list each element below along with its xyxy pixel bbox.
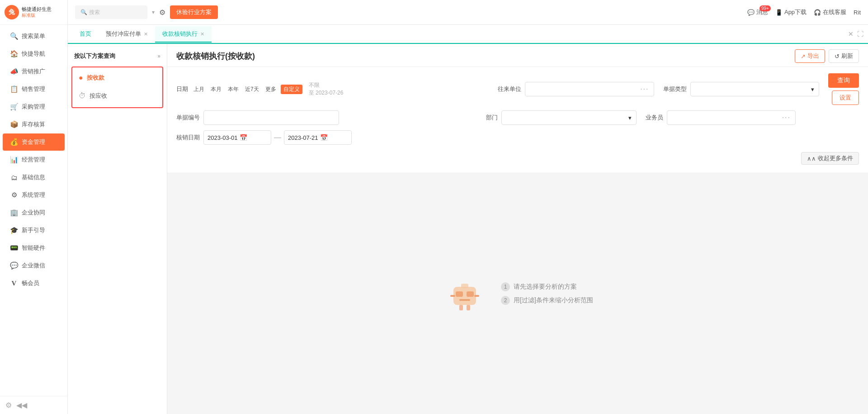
collapse-more-button[interactable]: ∧∧ 收起更多条件 [801, 152, 859, 165]
sidebar-item-system[interactable]: ⚙ 系统管理 [3, 186, 65, 204]
sidebar-item-operations[interactable]: 📊 经营管理 [3, 151, 65, 168]
filter-panel: 按以下方案查询 » ● 按收款 ⏱ 按应收 [68, 44, 167, 414]
settings-icon[interactable]: ⚙ [5, 401, 12, 409]
calendar-start-icon[interactable]: 📅 [240, 134, 247, 141]
sidebar-item-guide[interactable]: 🎓 新手引导 [3, 222, 65, 239]
sidebar-item-member[interactable]: V 畅会员 [3, 275, 65, 292]
header-search-box[interactable]: 🔍 搜索 [75, 5, 147, 19]
empty-state: 1 请先选择要分析的方案 2 用[过滤]条件来缩小分析范围 [167, 173, 868, 414]
funds-icon: 💰 [10, 138, 18, 146]
form-row-2: 单据编号 部门 ▾ 业务员 ··· [176, 110, 859, 125]
basic-info-icon: 🗂 [10, 174, 18, 181]
tip-num-2: 2 [501, 296, 510, 305]
sidebar-item-wechat[interactable]: 💬 企业微信 [3, 257, 65, 274]
sidebar-item-basic-info[interactable]: 🗂 基础信息 [3, 169, 65, 186]
partner-input[interactable]: ··· [525, 82, 654, 96]
partner-ellipsis[interactable]: ··· [640, 85, 649, 93]
app-download-button[interactable]: 📱 App下载 [775, 8, 807, 16]
date-btn-this-month[interactable]: 本月 [209, 85, 223, 94]
employee-input[interactable]: ··· [667, 110, 796, 125]
verify-date-start-value: 2023-03-01 [208, 134, 238, 141]
system-icon: ⚙ [10, 191, 18, 199]
message-badge: 99+ [760, 5, 771, 11]
filter-by-collection[interactable]: ● 按收款 [72, 69, 162, 86]
sidebar-item-enterprise[interactable]: 🏢 企业协同 [3, 204, 65, 221]
sidebar-item-label: 快捷导航 [22, 50, 45, 58]
date-btn-7days[interactable]: 近7天 [243, 85, 261, 94]
dept-select[interactable]: ▾ [501, 110, 637, 125]
close-window-icon[interactable]: ✕ [848, 30, 854, 38]
refresh-icon: ↺ [835, 53, 840, 60]
dept-field: 部门 ▾ [486, 110, 637, 125]
sidebar-item-label: 库存核算 [22, 120, 45, 128]
verify-date-label: 核销日期 [176, 133, 200, 142]
query-button[interactable]: 查询 [828, 73, 859, 88]
user-info[interactable]: Rit [854, 9, 861, 16]
empty-tip-2: 2 用[过滤]条件来缩小分析范围 [501, 296, 593, 305]
sidebar-item-label: 资金管理 [22, 138, 45, 146]
date-btn-more[interactable]: 更多 [264, 85, 278, 94]
tab-bar: 首页 预付冲应付单 ✕ 收款核销执行 ✕ ✕ ⛶ [68, 25, 868, 44]
message-button[interactable]: 💬 消息 99+ [747, 8, 768, 16]
main-panel: 收款核销执行(按收款) ↗ 导出 ↺ 刷新 日期 [167, 44, 868, 414]
date-quick-select: 上月 本月 本年 近7天 更多 自定义 [192, 85, 302, 94]
doc-type-select[interactable]: ▾ [690, 82, 820, 96]
tab-collection[interactable]: 收款核销执行 ✕ [155, 26, 212, 43]
page-actions: ↗ 导出 ↺ 刷新 [795, 49, 859, 63]
collection-icon: ● [79, 74, 83, 82]
settings-button[interactable]: 设置 [832, 90, 859, 105]
date-btn-custom[interactable]: 自定义 [281, 85, 302, 94]
doc-type-dropdown-icon: ▾ [811, 86, 814, 93]
date-btn-this-year[interactable]: 本年 [226, 85, 241, 94]
filter-panel-header: 按以下方案查询 » [68, 49, 167, 65]
doc-type-field: 单据类型 ▾ [663, 82, 820, 96]
tab-prepay-close-icon[interactable]: ✕ [144, 31, 148, 37]
content-area: 按以下方案查询 » ● 按收款 ⏱ 按应收 收款核销执行(按收款) [68, 44, 868, 414]
filter-panel-collapse-icon[interactable]: » [157, 53, 160, 59]
page-title: 收款核销执行(按收款) [176, 51, 255, 62]
sidebar-item-search[interactable]: 🔍 搜索菜单 [3, 28, 65, 45]
svg-rect-4 [461, 284, 468, 288]
query-form: 日期 上月 本月 本年 近7天 更多 自定义 不限 至 2023-07-26 [167, 67, 868, 173]
logo-icon: 兔 [5, 5, 19, 19]
sidebar-item-label: 基础信息 [22, 173, 45, 181]
sidebar-item-purchase[interactable]: 🛒 采购管理 [3, 98, 65, 115]
tab-collection-close-icon[interactable]: ✕ [200, 31, 204, 37]
refresh-button[interactable]: ↺ 刷新 [829, 49, 859, 63]
partner-field: 往来单位 ··· [498, 82, 654, 96]
export-button[interactable]: ↗ 导出 [795, 49, 825, 63]
date-btn-last-month[interactable]: 上月 [192, 85, 206, 94]
top-header: 🔍 搜索 ▾ ⚙ 休验行业方案 💬 消息 99+ 📱 App下载 🎧 在线客服 [68, 0, 868, 25]
filter-by-receivable[interactable]: ⏱ 按应收 [72, 87, 162, 105]
header-gear-icon[interactable]: ⚙ [159, 8, 165, 17]
date-to-display: 至 2023-07-26 [309, 89, 344, 97]
sidebar-item-label: 采购管理 [22, 103, 45, 111]
doc-no-input[interactable] [203, 110, 339, 125]
sidebar-item-label: 新手引导 [22, 226, 45, 234]
sidebar-item-sales[interactable]: 📋 销售管理 [3, 81, 65, 98]
sidebar-item-label: 营销推广 [22, 67, 45, 76]
verify-date-start-input[interactable]: 2023-03-01 📅 [203, 130, 271, 145]
employee-ellipsis[interactable]: ··· [782, 114, 791, 122]
sidebar: 兔 畅捷通好生意 标准版 🔍 搜索菜单 🏠 快捷导航 📣 营销推广 📋 销售管理… [0, 0, 68, 414]
tab-prepay[interactable]: 预付冲应付单 ✕ [99, 26, 155, 43]
tab-home[interactable]: 首页 [72, 26, 99, 43]
verify-date-end-input[interactable]: 2023-07-21 📅 [284, 130, 352, 145]
sidebar-item-smart-hw[interactable]: 📟 智能硬件 [3, 239, 65, 257]
calendar-end-icon[interactable]: 📅 [320, 134, 328, 141]
sidebar-item-inventory[interactable]: 📦 库存核算 [3, 116, 65, 133]
collapse-sidebar-icon[interactable]: ◀◀ [16, 401, 27, 409]
tab-home-label: 首页 [80, 30, 91, 38]
solution-button[interactable]: 休验行业方案 [170, 5, 218, 19]
marketing-icon: 📣 [10, 67, 18, 76]
sidebar-item-quick-nav[interactable]: 🏠 快捷导航 [3, 45, 65, 62]
maximize-window-icon[interactable]: ⛶ [857, 30, 863, 38]
sales-icon: 📋 [10, 85, 18, 93]
search-icon: 🔍 [10, 32, 18, 40]
dropdown-icon[interactable]: ▾ [152, 9, 155, 15]
sidebar-item-marketing[interactable]: 📣 营销推广 [3, 63, 65, 80]
smart-hw-icon: 📟 [10, 244, 18, 252]
main-area: 🔍 搜索 ▾ ⚙ 休验行业方案 💬 消息 99+ 📱 App下载 🎧 在线客服 [68, 0, 868, 414]
online-service-button[interactable]: 🎧 在线客服 [814, 8, 846, 16]
sidebar-item-funds[interactable]: 💰 资金管理 [3, 133, 65, 151]
